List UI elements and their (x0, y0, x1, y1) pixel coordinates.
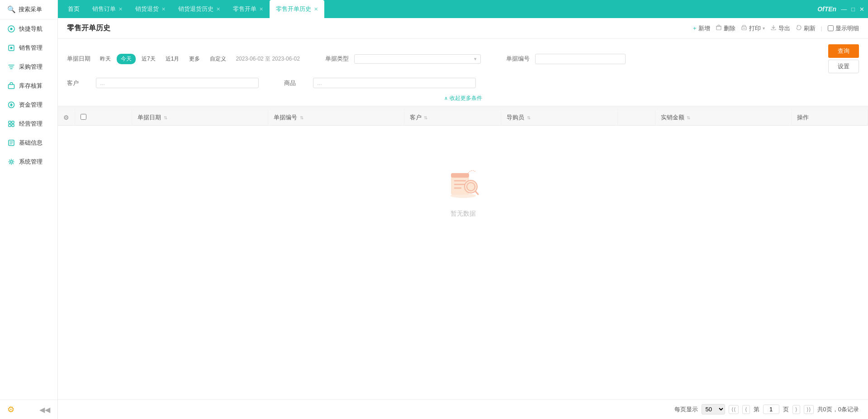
sidebar-sales-mgmt-label: 销售管理 (19, 44, 43, 52)
prev-page-btn[interactable]: ⟨ (742, 405, 750, 414)
col-guide-sort[interactable]: ⇅ (527, 115, 531, 120)
next-page-btn[interactable]: ⟩ (792, 405, 800, 414)
svg-rect-9 (12, 124, 14, 127)
col-amount-sort[interactable]: ⇅ (687, 115, 690, 120)
col-customer-label: 客户 (410, 114, 422, 121)
table-settings-icon[interactable]: ⚙ (63, 114, 69, 121)
table-header-date[interactable]: 单据日期 ⇅ (132, 110, 268, 126)
operations-icon (7, 120, 15, 128)
first-page-btn[interactable]: ⟨⟨ (729, 405, 739, 414)
delete-label: 删除 (724, 24, 735, 33)
sidebar-item-operations[interactable]: 经营管理 (0, 114, 57, 133)
product-input[interactable]: ... (313, 78, 476, 88)
collapse-sidebar-icon[interactable]: ◀◀ (39, 405, 50, 414)
table-header-customer[interactable]: 客户 ⇅ (404, 110, 501, 126)
sidebar-item-inventory[interactable]: 库存核算 (0, 76, 57, 95)
col-date-label: 单据日期 (138, 114, 161, 121)
tab-home[interactable]: 首页 (62, 0, 86, 18)
table-header-guide[interactable]: 导购员 ⇅ (501, 110, 618, 126)
settings-icon[interactable]: ⚙ (7, 405, 14, 414)
tab-sales-order-close[interactable]: ✕ (119, 6, 123, 12)
table-header-spacer (617, 110, 655, 126)
empty-text: 暂无数据 (451, 210, 476, 218)
sidebar-purchase-mgmt-label: 采购管理 (19, 63, 43, 71)
customer-filter-group: 客户 ... (67, 78, 259, 88)
sidebar-search-label: 搜索采单 (19, 5, 42, 14)
close-btn[interactable]: ✕ (859, 6, 864, 13)
tab-sales-return-close[interactable]: ✕ (161, 6, 166, 12)
date-btn-yesterday[interactable]: 昨天 (96, 54, 115, 64)
toolbar-divider: | (821, 25, 822, 32)
table-head: ⚙ 单据日期 ⇅ 单据编号 ⇅ (58, 110, 868, 126)
print-label: 打印 (749, 24, 761, 33)
page-number-input[interactable] (763, 405, 779, 414)
main-area: 首页 销售订单 ✕ 销货退货 ✕ 销货退货历史 ✕ 零售开单 ✕ 零售开单历史 … (58, 0, 868, 419)
tab-retail-open-history-close[interactable]: ✕ (314, 6, 318, 12)
basic-info-icon (7, 139, 15, 147)
sidebar-inventory-label: 库存核算 (19, 82, 43, 90)
sidebar-item-quick-nav[interactable]: 快捷导航 (0, 19, 57, 38)
brand-text: OfTEn (817, 5, 836, 13)
tab-retail-open[interactable]: 零售开单 ✕ (227, 0, 270, 18)
tab-sales-return-history[interactable]: 销货退货历史 ✕ (172, 0, 227, 18)
col-customer-sort[interactable]: ⇅ (424, 115, 427, 120)
col-action-label: 操作 (797, 114, 809, 121)
svg-rect-17 (451, 173, 469, 178)
date-btn-7days[interactable]: 近7天 (138, 54, 160, 64)
date-btn-today[interactable]: 今天 (117, 54, 136, 64)
tab-sales-return[interactable]: 销货退货 ✕ (129, 0, 172, 18)
date-btn-more[interactable]: 更多 (185, 54, 204, 64)
table-header-no[interactable]: 单据编号 ⇅ (268, 110, 404, 126)
minimize-btn[interactable]: — (841, 6, 847, 13)
query-button[interactable]: 查询 (828, 44, 859, 58)
delete-button[interactable]: 删除 (716, 24, 735, 33)
export-button[interactable]: 导出 (770, 24, 790, 33)
svg-rect-6 (9, 121, 11, 123)
per-page-label: 每页显示 (674, 405, 698, 414)
sidebar-item-sales-mgmt[interactable]: 销售管理 (0, 38, 57, 57)
tab-retail-open-history[interactable]: 零售开单历史 ✕ (270, 0, 324, 18)
system-mgmt-icon (7, 158, 15, 166)
print-icon (741, 24, 747, 32)
print-dropdown-icon[interactable]: ▾ (763, 26, 765, 31)
tab-sales-return-history-close[interactable]: ✕ (216, 6, 220, 12)
tab-retail-open-label: 零售开单 (233, 5, 256, 13)
tab-sales-return-label: 销货退货 (135, 5, 159, 13)
doc-no-label: 单据编号 (506, 55, 531, 63)
date-btn-custom[interactable]: 自定义 (206, 54, 230, 64)
date-range-display: 2023-06-02 至 2023-06-02 (236, 55, 299, 63)
col-no-sort[interactable]: ⇅ (300, 115, 304, 120)
svg-rect-8 (9, 124, 11, 127)
sidebar-item-basic-info[interactable]: 基础信息 (0, 133, 57, 152)
sidebar-search[interactable]: 🔍 搜索采单 (0, 0, 57, 19)
doc-no-text-input[interactable] (539, 56, 621, 62)
doc-no-input[interactable] (535, 54, 626, 64)
tab-retail-open-close[interactable]: ✕ (259, 6, 263, 12)
per-page-select[interactable]: 50 100 200 (702, 404, 725, 414)
set-button[interactable]: 设置 (828, 60, 859, 73)
collapse-bar[interactable]: ∧ 收起更多条件 (67, 93, 859, 106)
maximize-btn[interactable]: □ (851, 6, 855, 13)
sidebar-item-finance[interactable]: 资金管理 (0, 95, 57, 114)
sidebar-item-purchase-mgmt[interactable]: 采购管理 (0, 57, 57, 76)
svg-point-1 (10, 28, 13, 30)
date-btn-1month[interactable]: 近1月 (161, 54, 184, 64)
add-button[interactable]: + 新增 (693, 24, 710, 33)
print-button[interactable]: 打印 ▾ (741, 24, 765, 33)
col-date-sort[interactable]: ⇅ (164, 115, 167, 120)
table-header-settings: ⚙ (58, 110, 75, 126)
show-detail-checkbox[interactable] (828, 25, 834, 31)
collapse-chevron-icon: ∧ (444, 95, 448, 101)
sidebar-item-system-mgmt[interactable]: 系统管理 (0, 152, 57, 171)
product-label: 商品 (284, 79, 309, 87)
doc-type-select[interactable]: ▾ (354, 54, 481, 64)
refresh-button[interactable]: 刷新 (796, 24, 816, 33)
tab-home-label: 首页 (68, 5, 80, 13)
page-header: 零售开单历史 + 新增 删除 打印 ▾ (58, 18, 868, 39)
select-all-checkbox[interactable] (81, 114, 86, 120)
col-guide-label: 导购员 (507, 114, 524, 121)
last-page-btn[interactable]: ⟩⟩ (804, 405, 814, 414)
tab-sales-order[interactable]: 销售订单 ✕ (86, 0, 129, 18)
customer-input[interactable]: ... (96, 78, 259, 88)
table-header-amount[interactable]: 实销金额 ⇅ (655, 110, 791, 126)
